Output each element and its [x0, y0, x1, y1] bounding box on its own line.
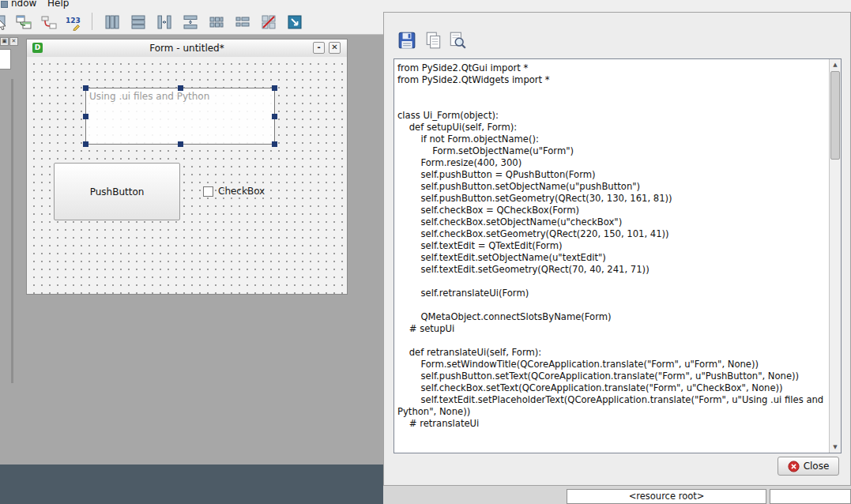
menu-help[interactable]: Help	[47, 0, 69, 9]
form-editor-window: D Form - untitled* - ✕ Using .ui files a…	[26, 39, 348, 295]
layout-vertical-icon[interactable]	[127, 11, 149, 33]
scroll-up-icon[interactable]: ▲	[830, 59, 841, 70]
menubar: ndow Help	[0, 0, 851, 9]
layout-form-icon[interactable]	[232, 11, 254, 33]
app-icon	[1, 1, 8, 8]
scrollbar-thumb[interactable]	[830, 71, 840, 160]
form-window-title: Form - untitled*	[27, 43, 347, 54]
widget-filter-input[interactable]	[0, 49, 11, 70]
background-panel	[0, 465, 383, 504]
find-icon[interactable]	[447, 30, 468, 51]
checkbox-label: CheckBox	[218, 186, 265, 197]
adjust-size-icon[interactable]	[284, 11, 306, 33]
pushbutton-widget[interactable]: PushButton	[54, 163, 180, 220]
dock-float-icon[interactable]: ▣	[0, 37, 9, 46]
toolbar-separator	[92, 13, 92, 30]
code-view: from PySide2.QtGui import * from PySide2…	[393, 58, 842, 453]
dock-close-icon[interactable]: ✕	[9, 37, 18, 46]
copy-icon[interactable]	[424, 30, 444, 51]
code-scrollbar[interactable]: ▲ ▼	[829, 59, 841, 453]
splitter-horizontal-icon[interactable]	[153, 11, 175, 33]
close-button[interactable]: ✕	[329, 42, 341, 54]
close-icon	[788, 461, 800, 472]
dock-scrollbar[interactable]	[11, 79, 13, 383]
save-icon[interactable]	[397, 30, 417, 51]
code-preview-dialog: from PySide2.QtGui import * from PySide2…	[383, 12, 851, 486]
edit-tab-order-icon[interactable]: 123	[62, 11, 84, 33]
resource-root-item[interactable]: <resource root>	[567, 489, 766, 504]
selection-handle[interactable]	[272, 85, 277, 91]
close-dialog-button[interactable]: Close	[778, 457, 839, 476]
selection-handle[interactable]	[83, 85, 88, 91]
checkbox-widget[interactable]: CheckBox	[203, 186, 265, 197]
selection-handle[interactable]	[83, 141, 88, 147]
generated-code[interactable]: from PySide2.QtGui import * from PySide2…	[394, 59, 829, 453]
minimize-button[interactable]: -	[313, 42, 325, 54]
layout-horizontal-icon[interactable]	[101, 11, 123, 33]
resource-file-pane[interactable]	[770, 489, 851, 504]
checkbox-indicator[interactable]	[203, 186, 213, 197]
scroll-down-icon[interactable]: ▼	[830, 442, 841, 453]
edit-buddies-icon[interactable]	[38, 11, 60, 33]
selection-handle[interactable]	[83, 114, 88, 119]
selection-handle[interactable]	[178, 141, 183, 147]
selection-handle[interactable]	[272, 141, 277, 147]
layout-grid-icon[interactable]	[205, 11, 228, 33]
form-window-titlebar[interactable]: D Form - untitled* - ✕	[27, 39, 347, 58]
close-button-label: Close	[804, 461, 830, 472]
selection-handle[interactable]	[178, 85, 183, 91]
menu-window[interactable]: ndow	[11, 0, 36, 9]
svg-text:123: 123	[66, 17, 81, 24]
splitter-vertical-icon[interactable]	[179, 11, 201, 33]
resource-browser-strip: <resource root>	[383, 486, 851, 504]
textedit-widget[interactable]: Using .ui files and Python	[85, 88, 275, 145]
selection-handle[interactable]	[272, 114, 277, 119]
textedit-placeholder: Using .ui files and Python	[86, 88, 274, 104]
qt-designer-window: ndow Help 123	[0, 0, 851, 504]
edit-widgets-icon[interactable]	[0, 11, 11, 33]
edit-signals-slots-icon[interactable]	[13, 11, 35, 33]
break-layout-icon[interactable]	[258, 11, 280, 33]
